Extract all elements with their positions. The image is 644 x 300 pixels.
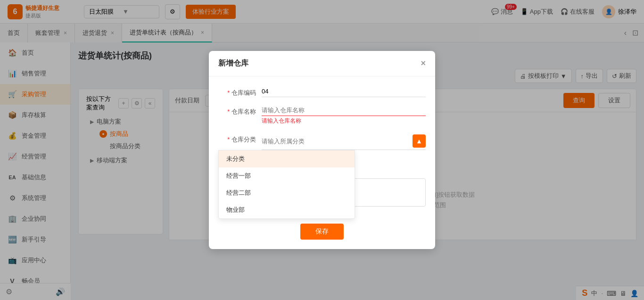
category-input-row: ▲	[262, 133, 426, 150]
category-option-dept3[interactable]: 物业部	[219, 201, 355, 218]
code-input[interactable]	[262, 86, 426, 97]
save-button[interactable]: 保存	[300, 224, 344, 240]
category-dropdown: 未分类 经营一部 经营二部 物业部	[218, 150, 355, 219]
modal-overlay: 新增仓库 × 仓库编码 仓库名称 请输入仓库名称 仓库分类	[0, 0, 644, 300]
name-input[interactable]	[262, 105, 426, 116]
category-label: 仓库分类	[218, 133, 256, 144]
modal-header: 新增仓库 ×	[209, 51, 435, 76]
add-warehouse-modal: 新增仓库 × 仓库编码 仓库名称 请输入仓库名称 仓库分类	[209, 51, 435, 249]
category-toggle-button[interactable]: ▲	[413, 134, 426, 148]
category-option-dept2[interactable]: 经营二部	[219, 184, 355, 201]
category-option-unclassified[interactable]: 未分类	[219, 150, 355, 167]
category-option-dept1[interactable]: 经营一部	[219, 167, 355, 184]
code-row: 仓库编码	[218, 86, 426, 97]
modal-footer: 保存	[209, 214, 435, 249]
modal-close-button[interactable]: ×	[421, 58, 426, 68]
modal-title: 新增仓库	[218, 58, 248, 68]
modal-body: 仓库编码 仓库名称 请输入仓库名称 仓库分类 ▲	[209, 76, 435, 207]
category-input[interactable]	[262, 138, 413, 145]
code-label: 仓库编码	[218, 86, 256, 97]
name-field-wrap: 请输入仓库名称	[262, 105, 426, 125]
category-row: 仓库分类 ▲ 未分类 经营一部 经营二部 物业部	[218, 133, 426, 150]
name-error-message: 请输入仓库名称	[262, 117, 426, 125]
name-row: 仓库名称 请输入仓库名称	[218, 105, 426, 125]
name-label: 仓库名称	[218, 105, 256, 116]
category-wrap: ▲ 未分类 经营一部 经营二部 物业部	[262, 133, 426, 150]
